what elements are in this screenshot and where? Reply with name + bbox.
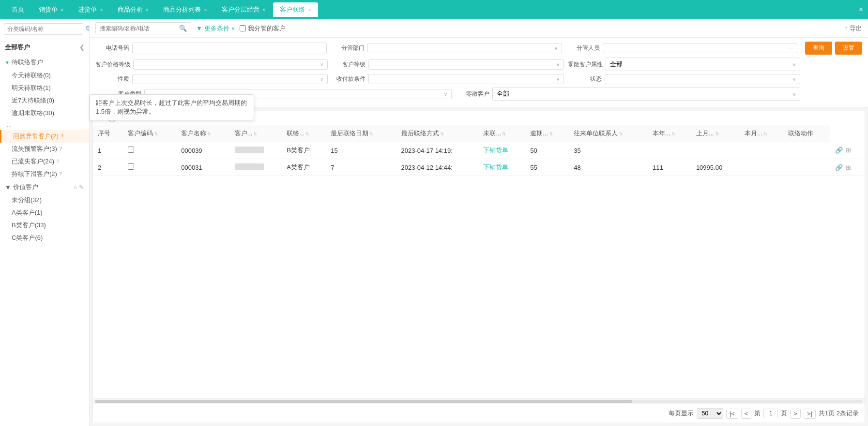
sidebar-item-class-b[interactable]: B类客户(33) [0, 219, 89, 232]
row2-actions: 🔗 ⊞ [835, 164, 860, 171]
sidebar-search-input[interactable] [4, 23, 83, 35]
sidebar-item-7days[interactable]: 近7天待联络(0) [0, 94, 89, 107]
last-method-link-2[interactable]: 下销货单 [483, 163, 508, 171]
row1-checkbox[interactable] [128, 147, 134, 153]
sidebar-item-ungrouped[interactable]: 未分组(32) [0, 194, 89, 206]
price-level-select[interactable]: ∨ [133, 59, 328, 70]
customer-level-label: 客户等级 [332, 60, 365, 69]
cell-this-year-2: 10995.00 [691, 159, 740, 176]
cell-actions-2: 🔗 ⊞ [830, 159, 865, 176]
payment-select[interactable]: ∨ [368, 74, 564, 84]
sidebar-item-class-a[interactable]: A类客户(1) [0, 206, 89, 219]
row2-link-icon[interactable]: 🔗 [835, 164, 843, 171]
export-button[interactable]: ↑ 导出 [845, 24, 863, 33]
close-list-tab[interactable]: × [204, 7, 207, 13]
filter-cell-customer-level: 客户等级 ∨ [332, 59, 564, 70]
page-input[interactable] [763, 409, 778, 418]
close-purchase-tab[interactable]: × [100, 7, 103, 13]
dept-select[interactable]: ∨ [367, 43, 562, 53]
manager-select[interactable]: ··· [603, 43, 797, 53]
lost-customers-info-icon[interactable]: ? [56, 159, 59, 164]
status-select[interactable]: ∨ [605, 74, 800, 84]
nav-tab-product-list[interactable]: 商品分析列表 × [156, 2, 213, 17]
my-customers-checkbox[interactable]: 我分管的客户 [240, 24, 286, 33]
repurchase-info-icon[interactable]: ? [61, 133, 63, 139]
sidebar-item-declining[interactable]: 持续下滑客户(2) ? [0, 168, 89, 180]
lost-warning-info-icon[interactable]: ? [59, 146, 62, 152]
prev-page-btn[interactable]: < [741, 409, 752, 419]
sort-this-month-icon[interactable]: ⇅ [763, 131, 767, 136]
sort-last-month-icon[interactable]: ⇅ [715, 131, 719, 136]
value-group-refresh-icon[interactable]: ○ [74, 184, 77, 191]
retail-select[interactable]: 全部 ∨ [492, 87, 800, 101]
pending-contact-group[interactable]: ▼ 待联络客户 [0, 56, 89, 69]
sidebar-item-lost-warning[interactable]: 流失预警客户(3) ? [0, 143, 89, 155]
sidebar-item-class-c[interactable]: C类客户(6) [0, 232, 89, 244]
sidebar-item-more[interactable]: ... [0, 119, 89, 130]
first-page-btn[interactable]: |< [726, 409, 738, 419]
last-method-link-1[interactable]: 下销货单 [483, 147, 508, 154]
nav-tab-purchase[interactable]: 进货单 × [71, 2, 109, 17]
row1-link-icon[interactable]: 🔗 [835, 147, 843, 154]
close-contact-tab[interactable]: × [308, 7, 311, 13]
row2-checkbox[interactable] [128, 163, 134, 170]
sort-this-year-icon[interactable]: ⇅ [671, 131, 675, 136]
all-customers-section: 全部客户 ❮ [0, 39, 89, 56]
nav-tab-customer-layered[interactable]: 客户分层经营 × [215, 2, 272, 17]
sidebar-collapse-btn[interactable]: ❮ [79, 44, 84, 51]
close-all-tabs[interactable]: × [859, 5, 863, 14]
table-scroll-container[interactable]: 序号 客户编码⇅ 客户名称⇅ 客户...⇅ 联络...⇅ 最后联络日期⇅ 最后联… [93, 125, 865, 398]
settings-button[interactable]: 设置 [835, 42, 862, 55]
my-customers-check[interactable] [240, 25, 246, 31]
row1-contact-icon[interactable]: ⊞ [846, 147, 851, 154]
more-conditions-btn[interactable]: ▼ 更多条件 ∨ [196, 24, 235, 33]
value-customer-group-header[interactable]: ▼ 价值客户 ○ ✎ [0, 180, 89, 194]
search-icon[interactable]: 🔍 [179, 25, 187, 32]
scroll-thumb[interactable] [95, 400, 632, 403]
sort-type-icon[interactable]: ⇅ [253, 131, 257, 136]
query-button[interactable]: 查询 [805, 42, 832, 55]
sort-overdue-icon[interactable]: ⇅ [549, 131, 553, 136]
horizontal-scrollbar[interactable] [93, 398, 865, 404]
next-page-btn[interactable]: > [790, 409, 801, 419]
value-group-edit-icon[interactable]: ✎ [79, 184, 84, 191]
page-size-select[interactable]: 50 20 100 [697, 408, 723, 419]
repurchase-tooltip: 距客户上次交易时长，超过了此客户的平均交易周期的1.5倍，则视为异常。 [90, 94, 254, 120]
close-layered-tab[interactable]: × [262, 7, 265, 13]
sidebar-item-repurchase-abnormal[interactable]: 回购异常客户(2) ? [0, 130, 89, 143]
total-label: 共1页 2条记录 [819, 409, 859, 418]
phone-input[interactable] [132, 43, 327, 54]
nav-tab-customer-contact[interactable]: 客户联络 × [273, 2, 318, 17]
dept-label: 分管部门 [331, 44, 365, 52]
sort-code-icon[interactable]: ⇅ [154, 131, 158, 136]
filter-row-2: 客户价格等级 ∨ 客户等级 ∨ 零散客户属性 全部 [95, 58, 862, 71]
scroll-track [95, 400, 863, 403]
sidebar-item-lost-customers[interactable]: 已流失客户(24) ? [0, 155, 89, 168]
sort-name-icon[interactable]: ⇅ [207, 131, 211, 136]
nav-tab-product-analysis[interactable]: 商品分析 × [111, 2, 155, 17]
sort-contacts-icon[interactable]: ⇅ [619, 131, 623, 136]
sidebar-item-today[interactable]: 今天待联络(0) [0, 69, 89, 82]
search-input[interactable] [100, 25, 177, 32]
nav-tab-sales[interactable]: 销货单 × [32, 2, 70, 17]
retail-attr-select[interactable]: 全部 ∨ [606, 58, 800, 71]
sort-contact-num-icon[interactable]: ⇅ [305, 131, 309, 136]
last-page-btn[interactable]: >| [804, 409, 816, 419]
sort-last-method-icon[interactable]: ⇅ [440, 131, 444, 136]
sidebar-item-overdue[interactable]: 逾期未联络(30) [0, 107, 89, 119]
nav-tab-home[interactable]: 首页 [5, 2, 31, 17]
filter-cell-payment: 收付款条件 ∨ [332, 74, 564, 84]
close-sales-tab[interactable]: × [61, 7, 63, 13]
cell-last-method-2: 下销货单 [478, 159, 525, 176]
sidebar-search-area: 🔍 [0, 19, 89, 39]
close-analysis-tab[interactable]: × [146, 7, 149, 13]
gender-select[interactable]: ∨ [132, 74, 328, 84]
sort-last-date-icon[interactable]: ⇅ [369, 131, 373, 136]
row2-contact-icon[interactable]: ⊞ [846, 164, 851, 171]
sidebar-item-tomorrow[interactable]: 明天待联络(1) [0, 82, 89, 94]
sort-unlisted-icon[interactable]: ⇅ [502, 131, 506, 136]
cell-overdue-2: 48 [569, 159, 648, 176]
customer-level-select[interactable]: ∨ [368, 59, 564, 70]
sidebar-search-button[interactable]: 🔍 [85, 26, 90, 33]
declining-info-icon[interactable]: ? [59, 171, 62, 177]
